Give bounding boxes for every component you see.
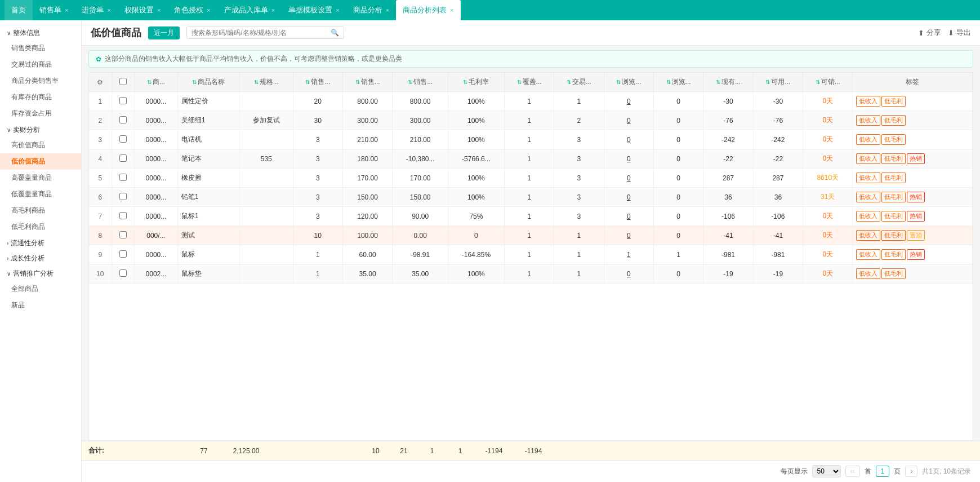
- sidebar-item-high-value[interactable]: 高价值商品: [0, 137, 81, 153]
- sidebar-item-low-margin[interactable]: 低毛利商品: [0, 219, 81, 235]
- first-page-button[interactable]: ‹‹: [845, 466, 860, 477]
- nav-tab-product-analysis-list[interactable]: 商品分析列表 ×: [396, 0, 460, 20]
- row-name[interactable]: 笔记本: [177, 149, 239, 169]
- sidebar-item-all-products[interactable]: 全部商品: [0, 281, 81, 297]
- th-views2[interactable]: ⇅浏览...: [653, 73, 703, 92]
- sidebar-item-high-coverage[interactable]: 高覆盖量商品: [0, 170, 81, 186]
- nav-tab-product-analysis[interactable]: 商品分析 ×: [346, 0, 396, 20]
- row-checkbox[interactable]: [119, 154, 127, 162]
- row-checkbox[interactable]: [119, 250, 127, 258]
- row-checkbox-cell[interactable]: [112, 264, 134, 284]
- select-all-checkbox[interactable]: [119, 78, 127, 85]
- row-checkbox[interactable]: [119, 116, 127, 123]
- data-table-wrapper[interactable]: ⚙ ⇅商... ⇅商品名称 ⇅规格... ⇅销售... ⇅销售... ⇅销售..…: [88, 72, 973, 441]
- close-icon[interactable]: ×: [107, 7, 110, 14]
- next-page-button[interactable]: ›: [905, 466, 917, 477]
- row-name[interactable]: 鼠标: [177, 245, 239, 264]
- row-name[interactable]: 鼠标垫: [177, 264, 239, 284]
- row-checkbox-cell[interactable]: [112, 169, 134, 188]
- row-checkbox-cell[interactable]: [112, 188, 134, 207]
- close-icon[interactable]: ×: [157, 7, 161, 14]
- row-checkbox[interactable]: [119, 135, 127, 143]
- th-settings[interactable]: ⚙: [89, 73, 112, 92]
- close-icon[interactable]: ×: [336, 7, 339, 14]
- row-views1[interactable]: 0: [604, 92, 653, 111]
- share-button[interactable]: ⬆ 分享: [918, 28, 941, 38]
- row-checkbox-cell[interactable]: [112, 130, 134, 149]
- sidebar-group-overview[interactable]: ∨ 整体信息: [0, 25, 81, 40]
- th-saleable-days[interactable]: ⇅可销...: [803, 73, 853, 92]
- sidebar-item-traded-products[interactable]: 交易过的商品: [0, 56, 81, 73]
- sidebar-group-finance[interactable]: ∨ 卖财分析: [0, 122, 81, 137]
- sidebar-item-inventory-capital[interactable]: 库存资金占用: [0, 105, 81, 122]
- row-name[interactable]: 电话机: [177, 130, 239, 149]
- sidebar-group-marketing[interactable]: ∨ 营销推广分析: [0, 266, 81, 281]
- th-code[interactable]: ⇅商...: [134, 73, 177, 92]
- sidebar-item-new-products[interactable]: 新品: [0, 297, 81, 313]
- sidebar-item-low-coverage[interactable]: 低覆盖量商品: [0, 186, 81, 202]
- row-checkbox-cell[interactable]: [112, 149, 134, 169]
- close-icon[interactable]: ×: [386, 7, 389, 14]
- row-checkbox[interactable]: [119, 212, 127, 219]
- sidebar-item-high-margin[interactable]: 高毛利商品: [0, 202, 81, 219]
- search-input[interactable]: [191, 29, 331, 37]
- nav-tab-purchase-order[interactable]: 进货单 ×: [75, 0, 117, 20]
- th-sales-qty[interactable]: ⇅销售...: [293, 73, 342, 92]
- nav-home[interactable]: 首页: [5, 0, 33, 20]
- row-checkbox[interactable]: [119, 97, 127, 104]
- th-name[interactable]: ⇅商品名称: [177, 73, 239, 92]
- th-checkbox[interactable]: [112, 73, 134, 92]
- close-icon[interactable]: ×: [65, 7, 68, 14]
- row-checkbox[interactable]: [119, 231, 127, 238]
- nav-tab-template-settings[interactable]: 单据模板设置 ×: [282, 0, 346, 20]
- row-checkbox-cell[interactable]: [112, 245, 134, 264]
- sidebar-group-growth[interactable]: › 成长性分析: [0, 250, 81, 266]
- row-views1[interactable]: 0: [604, 111, 653, 130]
- row-checkbox-cell[interactable]: [112, 92, 134, 111]
- nav-tab-product-inbound[interactable]: 产成品入库单 ×: [217, 0, 282, 20]
- row-name[interactable]: 属性定价: [177, 92, 239, 111]
- th-current-stock[interactable]: ⇅现有...: [703, 73, 753, 92]
- row-views1[interactable]: 0: [604, 149, 653, 169]
- th-sales-profit[interactable]: ⇅销售...: [393, 73, 448, 92]
- period-button[interactable]: 近一月: [148, 26, 180, 39]
- row-checkbox[interactable]: [119, 174, 127, 181]
- nav-tab-role-auth[interactable]: 角色授权 ×: [167, 0, 217, 20]
- row-checkbox[interactable]: [119, 193, 127, 200]
- sidebar-group-liquidity[interactable]: › 流通性分析: [0, 235, 81, 250]
- sidebar-item-low-value[interactable]: 低价值商品: [0, 153, 81, 170]
- settings-icon[interactable]: ⚙: [97, 78, 103, 86]
- row-views1[interactable]: 0: [604, 207, 653, 226]
- th-transactions[interactable]: ⇅交易...: [554, 73, 604, 92]
- row-checkbox-cell[interactable]: [112, 207, 134, 226]
- th-available-stock[interactable]: ⇅可用...: [753, 73, 803, 92]
- row-name[interactable]: 铅笔1: [177, 188, 239, 207]
- row-views1[interactable]: 0: [604, 169, 653, 188]
- row-name[interactable]: 鼠标1: [177, 207, 239, 226]
- per-page-select[interactable]: 50 100: [812, 465, 841, 477]
- row-views1[interactable]: 0: [604, 188, 653, 207]
- row-name[interactable]: 吴细细1: [177, 111, 239, 130]
- sidebar-item-sales-products[interactable]: 销售类商品: [0, 40, 81, 56]
- th-coverage[interactable]: ⇅覆盖...: [504, 73, 554, 92]
- th-views1[interactable]: ⇅浏览...: [604, 73, 653, 92]
- close-icon[interactable]: ×: [271, 7, 275, 14]
- row-checkbox-cell[interactable]: [112, 226, 134, 245]
- row-checkbox-cell[interactable]: [112, 111, 134, 130]
- sidebar-item-inventory-products[interactable]: 有库存的商品: [0, 89, 81, 105]
- nav-tab-sales-order[interactable]: 销售单 ×: [33, 0, 75, 20]
- row-views1[interactable]: 1: [604, 245, 653, 264]
- th-spec[interactable]: ⇅规格...: [239, 73, 293, 92]
- close-icon[interactable]: ×: [450, 7, 453, 14]
- row-checkbox[interactable]: [119, 269, 127, 277]
- close-icon[interactable]: ×: [207, 7, 210, 14]
- th-sales-amount[interactable]: ⇅销售...: [342, 73, 392, 92]
- row-name[interactable]: 测试: [177, 226, 239, 245]
- sidebar-item-category-sales-rate[interactable]: 商品分类销售率: [0, 73, 81, 89]
- row-views1[interactable]: 0: [604, 226, 653, 245]
- row-views1[interactable]: 0: [604, 130, 653, 149]
- export-button[interactable]: ⬇ 导出: [948, 28, 971, 38]
- row-views1[interactable]: 0: [604, 264, 653, 284]
- th-gross-margin[interactable]: ⇅毛利率: [448, 73, 505, 92]
- nav-tab-permissions[interactable]: 权限设置 ×: [118, 0, 167, 20]
